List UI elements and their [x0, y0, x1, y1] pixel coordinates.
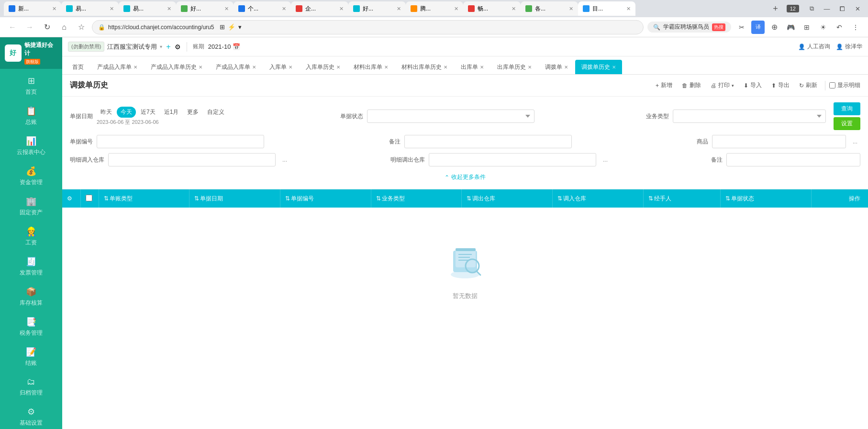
- settings-icon[interactable]: ⚙: [175, 43, 181, 51]
- translate-icon[interactable]: 译: [751, 21, 765, 34]
- sidebar-logo[interactable]: 好 畅捷通好会计 旗舰版: [0, 37, 62, 69]
- browser-tab-t9[interactable]: 畅...✕: [463, 1, 521, 16]
- browser-tab-t1[interactable]: 新...✕: [4, 1, 61, 16]
- remark2-input[interactable]: [726, 153, 860, 166]
- collapse-button[interactable]: ⌃ 收起更多条件: [443, 171, 488, 183]
- page-tab-5[interactable]: 入库单历史✕: [300, 60, 346, 74]
- tab-close-icon[interactable]: ✕: [397, 6, 401, 12]
- back-button[interactable]: ←: [6, 21, 19, 34]
- browser-tab-t6[interactable]: 企...✕: [291, 1, 348, 16]
- transfer-in-picker-btn[interactable]: ...: [279, 155, 290, 164]
- docno-input[interactable]: [97, 135, 264, 148]
- status-select[interactable]: [367, 110, 534, 123]
- th-transfer-in[interactable]: ⇅调入仓库: [553, 189, 644, 208]
- page-tab-close[interactable]: ✕: [384, 65, 388, 70]
- select-all-checkbox[interactable]: [86, 195, 92, 201]
- user-info[interactable]: 👤 徐泽华: [836, 43, 862, 51]
- sidebar-item-11[interactable]: ⚙基础设置: [0, 402, 62, 429]
- extension-icon1[interactable]: ⊕: [768, 21, 781, 34]
- date-btn-3[interactable]: 近1月: [160, 107, 183, 118]
- brightness-icon[interactable]: ☀: [816, 21, 830, 34]
- display-checkbox[interactable]: [829, 82, 835, 88]
- add-company-button[interactable]: +: [166, 43, 170, 51]
- browser-tab-t10[interactable]: 各...✕: [521, 1, 578, 16]
- page-tab-close[interactable]: ✕: [252, 65, 256, 70]
- print-action-button[interactable]: 🖨 打印 ▾: [707, 79, 738, 91]
- th-doc-date[interactable]: ⇅单据日期: [189, 189, 280, 208]
- bookmark-button[interactable]: ☆: [75, 21, 88, 34]
- tab-close-icon[interactable]: ✕: [110, 6, 114, 12]
- browser-tab-t4[interactable]: 好...✕: [176, 1, 234, 16]
- export-action-button[interactable]: ⬆ 导出: [768, 79, 793, 91]
- page-tab-8[interactable]: 出库单✕: [455, 60, 490, 74]
- th-transfer-out[interactable]: ⇅调出仓库: [462, 189, 553, 208]
- menu-icon[interactable]: ⋮: [849, 21, 862, 34]
- page-tab-11[interactable]: 调拨单历史✕: [575, 60, 622, 74]
- sidebar-item-10[interactable]: 🗂归档管理: [0, 372, 62, 402]
- tab-close-icon[interactable]: ✕: [626, 6, 631, 12]
- page-tab-close[interactable]: ✕: [480, 65, 484, 70]
- page-tab-close[interactable]: ✕: [199, 65, 202, 70]
- delete-action-button[interactable]: 🗑 删除: [678, 79, 705, 91]
- service-button[interactable]: 👤 人工咨询: [798, 43, 830, 51]
- period-value[interactable]: 2021-10 📅: [208, 43, 241, 50]
- page-tab-close[interactable]: ✕: [134, 65, 137, 70]
- sidebar-item-0[interactable]: ⊞首页: [0, 71, 62, 101]
- tab-close-icon[interactable]: ✕: [454, 6, 458, 12]
- transfer-out-picker-btn[interactable]: ...: [600, 155, 611, 164]
- transfer-in-input[interactable]: [108, 153, 276, 166]
- goods-picker-btn[interactable]: ...: [850, 137, 860, 146]
- sidebar-item-7[interactable]: 📦库存核算: [0, 282, 62, 312]
- extension-icon2[interactable]: 🎮: [784, 21, 797, 34]
- page-tab-close[interactable]: ✕: [444, 65, 447, 70]
- query-button[interactable]: 查询: [834, 102, 860, 115]
- sidebar-item-1[interactable]: 📋总账: [0, 101, 62, 131]
- maximize-button[interactable]: ⧠: [835, 2, 849, 15]
- page-tab-1[interactable]: 产成品入库单✕: [91, 60, 144, 74]
- page-tab-0[interactable]: 首页: [66, 60, 90, 74]
- browser-tab-t11[interactable]: 目...✕: [578, 1, 635, 16]
- date-btn-1[interactable]: 今天: [117, 107, 136, 118]
- remark-input[interactable]: [404, 135, 572, 148]
- sidebar-item-5[interactable]: 👷工资: [0, 221, 62, 252]
- restore-button[interactable]: ⧉: [805, 2, 818, 15]
- page-tab-close[interactable]: ✕: [612, 65, 616, 70]
- page-tab-6[interactable]: 材料出库单✕: [347, 60, 394, 74]
- tab-close-icon[interactable]: ✕: [167, 6, 171, 12]
- sidebar-item-3[interactable]: 💰资金管理: [0, 161, 62, 191]
- new-action-button[interactable]: + 新增: [652, 79, 676, 91]
- page-tab-close[interactable]: ✕: [528, 65, 532, 70]
- date-btn-0[interactable]: 昨天: [97, 107, 116, 118]
- forward-button[interactable]: →: [23, 21, 36, 34]
- page-tab-9[interactable]: 出库单历史✕: [491, 60, 538, 74]
- page-tab-close[interactable]: ✕: [564, 65, 568, 70]
- tab-close-icon[interactable]: ✕: [569, 6, 573, 12]
- date-btn-2[interactable]: 近7天: [137, 107, 159, 118]
- scissors-icon[interactable]: ✂: [735, 21, 748, 34]
- minimize-button[interactable]: —: [820, 2, 834, 15]
- tab-close-icon[interactable]: ✕: [282, 6, 286, 12]
- th-handler[interactable]: ⇅经手人: [643, 189, 721, 208]
- browser-tab-t8[interactable]: 腾...✕: [406, 1, 463, 16]
- sidebar-item-2[interactable]: 📊云报表中心: [0, 131, 62, 161]
- tab-close-icon[interactable]: ✕: [224, 6, 229, 12]
- close-window-button[interactable]: ✕: [851, 2, 864, 15]
- th-gear[interactable]: ⚙: [62, 189, 80, 208]
- date-btn-4[interactable]: 更多: [183, 107, 202, 118]
- browser-tab-t5[interactable]: 个...✕: [234, 1, 291, 16]
- reload-button[interactable]: ↻: [40, 21, 54, 34]
- sidebar-item-6[interactable]: 🧾发票管理: [0, 252, 62, 282]
- sidebar-item-8[interactable]: 📑税务管理: [0, 312, 62, 342]
- tab-close-icon[interactable]: ✕: [52, 6, 56, 12]
- sidebar-item-4[interactable]: 🏢固定资产: [0, 191, 62, 221]
- history-icon[interactable]: ↶: [833, 21, 846, 34]
- grid-icon2[interactable]: ⊞: [800, 21, 813, 34]
- biz-type-select[interactable]: [673, 110, 826, 123]
- browser-tab-t2[interactable]: 易...✕: [61, 1, 119, 16]
- page-tab-10[interactable]: 调拨单✕: [539, 60, 574, 74]
- new-tab-button[interactable]: +: [770, 4, 781, 14]
- display-full-toggle[interactable]: 显示明细: [829, 81, 860, 89]
- import-action-button[interactable]: ⬇ 导入: [740, 79, 766, 91]
- transfer-out-input[interactable]: [429, 153, 596, 166]
- browser-tab-t3[interactable]: 易...✕: [119, 1, 176, 16]
